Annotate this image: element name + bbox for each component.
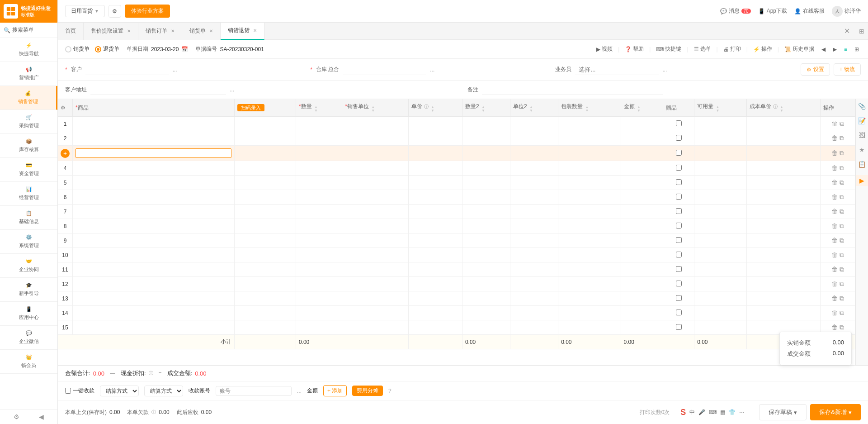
- quantity2-cell[interactable]: [462, 205, 510, 219]
- split-btn[interactable]: 费用分摊: [352, 386, 383, 396]
- gift-checkbox[interactable]: [676, 237, 682, 243]
- operate-btn[interactable]: ⚡ 操作: [751, 44, 774, 54]
- quantity2-cell[interactable]: [462, 176, 510, 190]
- sale-return-radio[interactable]: 退货单: [95, 45, 119, 53]
- prev-record-icon[interactable]: ◀: [820, 45, 827, 53]
- delete-row-icon[interactable]: 🗑: [831, 179, 838, 186]
- quantity-cell[interactable]: [296, 277, 342, 291]
- tab-sale-return-close-icon[interactable]: ✕: [253, 28, 257, 33]
- account-lookup-icon[interactable]: ...: [297, 388, 302, 394]
- quantity2-cell[interactable]: [462, 233, 510, 248]
- quantity2-cell[interactable]: [462, 306, 510, 320]
- gift-checkbox[interactable]: [676, 150, 682, 156]
- product-cell[interactable]: [73, 205, 235, 219]
- amount-cell[interactable]: [621, 306, 663, 320]
- image-icon[interactable]: 🖼: [859, 132, 865, 139]
- price-cell[interactable]: [409, 248, 462, 262]
- scan-btn[interactable]: 扫码录入: [237, 104, 264, 111]
- gift-cell[interactable]: [663, 190, 694, 205]
- unit2-cell[interactable]: [510, 320, 558, 335]
- cost-sort-icon[interactable]: ▲▼: [780, 105, 783, 113]
- quantity2-cell[interactable]: [462, 117, 510, 131]
- pack-qty-cell[interactable]: [558, 117, 621, 131]
- product-cell[interactable]: [73, 131, 235, 146]
- sidebar-item-wechat[interactable]: 💬 企业微信: [0, 326, 57, 350]
- delete-row-icon[interactable]: 🗑: [831, 237, 838, 244]
- cost-price-cell[interactable]: [747, 277, 821, 291]
- settings-gear-icon[interactable]: ⚙: [108, 5, 121, 18]
- price-cell[interactable]: [409, 320, 462, 335]
- unit-cell[interactable]: [342, 176, 409, 190]
- cost-price-cell[interactable]: [747, 131, 821, 146]
- quantity-cell[interactable]: [296, 146, 342, 161]
- copy-row-icon[interactable]: ⧉: [840, 120, 844, 128]
- add-payment-btn[interactable]: + 添加: [323, 385, 347, 396]
- unit2-cell[interactable]: [510, 233, 558, 248]
- amount-cell[interactable]: [621, 190, 663, 205]
- unit2-cell[interactable]: [510, 176, 558, 190]
- gift-cell[interactable]: [663, 277, 694, 291]
- experience-btn[interactable]: 体验行业方案: [125, 5, 170, 18]
- sidebar-settings-icon[interactable]: ⚙: [14, 413, 19, 420]
- address-lookup-icon[interactable]: ...: [230, 86, 234, 93]
- available-cell[interactable]: [694, 277, 747, 291]
- amount-sort-icon[interactable]: ▲▼: [637, 105, 641, 113]
- staff-lookup-icon[interactable]: ...: [662, 67, 667, 73]
- sidebar-item-operations[interactable]: 📊 经营管理: [0, 182, 57, 206]
- available-cell[interactable]: [694, 233, 747, 248]
- delete-row-icon[interactable]: 🗑: [831, 280, 838, 288]
- print-btn[interactable]: 🖨 打印: [722, 44, 743, 54]
- price-cell[interactable]: [409, 262, 462, 277]
- message-btn[interactable]: 💬 消息 70: [720, 7, 751, 15]
- quantity-cell[interactable]: [296, 117, 342, 131]
- app-download-btn[interactable]: 📱 App下载: [758, 7, 787, 15]
- product-cell[interactable]: [73, 291, 235, 306]
- product-cell[interactable]: [73, 277, 235, 291]
- unit-cell[interactable]: [342, 306, 409, 320]
- price-info-icon[interactable]: ⓘ: [424, 104, 429, 109]
- unit2-sort-icon[interactable]: ▲▼: [529, 105, 533, 113]
- cost-price-cell[interactable]: [747, 190, 821, 205]
- account-method-select[interactable]: 结算方式: [144, 386, 183, 396]
- amount-cell[interactable]: [621, 205, 663, 219]
- customer-lookup-icon[interactable]: ...: [173, 67, 177, 73]
- sidebar-item-member[interactable]: 👑 畅会员: [0, 350, 57, 374]
- quantity2-cell[interactable]: [462, 190, 510, 205]
- address-input[interactable]: [90, 84, 226, 95]
- pack-qty-cell[interactable]: [558, 176, 621, 190]
- product-cell[interactable]: [73, 117, 235, 131]
- pack-qty-cell[interactable]: [558, 248, 621, 262]
- unit-cell[interactable]: [342, 161, 409, 176]
- tab-sale-delivery[interactable]: 销货单 ✕: [182, 23, 221, 40]
- amount-cell[interactable]: [621, 233, 663, 248]
- delete-row-icon[interactable]: 🗑: [831, 164, 838, 172]
- quantity2-cell[interactable]: [462, 291, 510, 306]
- th-settings[interactable]: ⚙: [58, 99, 73, 117]
- select-btn[interactable]: ☰ 选单: [692, 44, 713, 54]
- remark-input[interactable]: [482, 84, 663, 95]
- quantity-cell[interactable]: [296, 291, 342, 306]
- unit2-cell[interactable]: [510, 190, 558, 205]
- cost-price-cell[interactable]: [747, 262, 821, 277]
- note-icon[interactable]: 📝: [858, 117, 866, 124]
- settings-action-btn[interactable]: ⚙ 设置: [801, 63, 830, 76]
- cost-price-cell[interactable]: [747, 233, 821, 248]
- onepay-checkbox[interactable]: 一键收款: [65, 387, 94, 395]
- quantity-cell[interactable]: [296, 320, 342, 335]
- copy-row-icon[interactable]: ⧉: [840, 222, 844, 230]
- quantity-cell[interactable]: [296, 190, 342, 205]
- unit2-cell[interactable]: [510, 306, 558, 320]
- unit2-cell[interactable]: [510, 161, 558, 176]
- product-cell[interactable]: [73, 306, 235, 320]
- price-cell[interactable]: [409, 190, 462, 205]
- close-all-tabs-icon[interactable]: ✕: [839, 27, 855, 35]
- pack-qty-cell[interactable]: [558, 262, 621, 277]
- gift-checkbox[interactable]: [676, 179, 682, 185]
- available-cell[interactable]: [694, 262, 747, 277]
- quantity-cell[interactable]: [296, 219, 342, 233]
- amount-cell[interactable]: [621, 146, 663, 161]
- delete-row-icon[interactable]: 🗑: [831, 149, 838, 157]
- gift-cell[interactable]: [663, 248, 694, 262]
- unit2-cell[interactable]: [510, 277, 558, 291]
- gift-checkbox[interactable]: [676, 252, 682, 257]
